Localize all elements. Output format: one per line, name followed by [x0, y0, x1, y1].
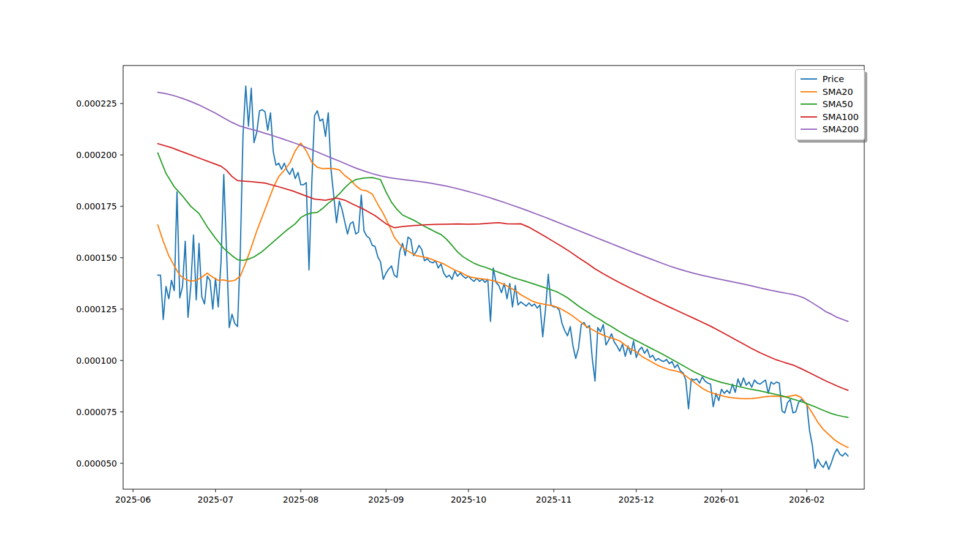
legend-label: SMA100 [823, 113, 859, 122]
legend: PriceSMA20SMA50SMA100SMA200 [795, 69, 865, 140]
y-tick-label: 0.000200 [76, 150, 117, 160]
x-tick-label: 2026-01 [704, 495, 740, 504]
price-line [158, 86, 848, 470]
x-tick-label: 2026-02 [789, 495, 825, 504]
legend-line-sample-icon [801, 91, 817, 92]
legend-label: SMA200 [823, 125, 859, 134]
x-tick-label: 2025-12 [619, 495, 655, 504]
legend-label: SMA50 [823, 100, 853, 109]
legend-label: Price [823, 75, 844, 84]
y-tick-label: 0.000100 [76, 356, 117, 365]
x-tick-label: 2025-07 [198, 495, 234, 504]
y-tick-label: 0.000225 [76, 99, 117, 108]
chart-figure: 2025-062025-072025-082025-092025-102025-… [0, 0, 980, 551]
legend-item-sma200: SMA200 [801, 123, 859, 136]
y-tick-label: 0.000125 [76, 304, 117, 314]
y-tick-label: 0.000175 [76, 201, 117, 211]
legend-item-sma20: SMA20 [801, 86, 859, 99]
y-tick-label: 0.000150 [76, 253, 117, 263]
legend-line-sample-icon [801, 116, 817, 118]
sma20-line [158, 143, 848, 448]
legend-line-sample-icon [801, 129, 817, 130]
y-tick-label: 0.000075 [76, 407, 117, 417]
sma50-line [158, 153, 848, 418]
legend-item-sma50: SMA50 [801, 98, 859, 111]
legend-line-sample-icon [801, 103, 817, 105]
legend-item-price: Price [801, 73, 859, 86]
legend-line-sample-icon [801, 78, 817, 80]
x-tick-label: 2025-08 [283, 495, 319, 504]
legend-label: SMA20 [823, 88, 853, 97]
x-tick-label: 2025-11 [536, 495, 572, 504]
plot-border [123, 66, 864, 489]
legend-item-sma100: SMA100 [801, 111, 859, 124]
sma100-line [158, 144, 848, 391]
x-tick-label: 2025-10 [451, 495, 487, 504]
x-tick-label: 2025-06 [115, 495, 151, 504]
y-tick-label: 0.000050 [76, 459, 117, 468]
x-tick-label: 2025-09 [368, 495, 404, 504]
